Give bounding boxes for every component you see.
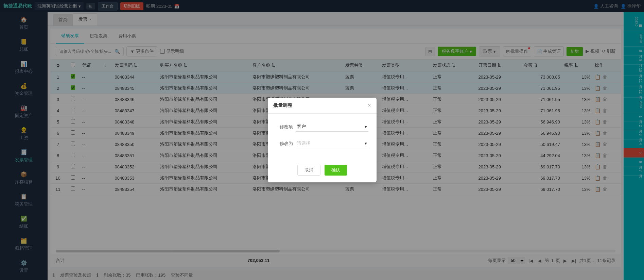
batch-adjust-modal: 批量调整 × 修改项 客户 ▾ 修改为 请选择 ▾ 取消 确认 [268,98,377,182]
field-value: 客户 [297,123,306,130]
field-select[interactable]: 客户 ▾ [296,122,368,132]
modal-title: 批量调整 [273,102,292,109]
form-row-change: 修改为 请选择 ▾ [276,138,368,148]
modal-footer: 取消 确认 [268,161,377,182]
field-label: 修改项 [276,124,293,130]
form-row-field: 修改项 客户 ▾ [276,122,368,132]
modal-body: 修改项 客户 ▾ 修改为 请选择 ▾ [268,114,377,161]
modal-overlay: 批量调整 × 修改项 客户 ▾ 修改为 请选择 ▾ 取消 确认 [0,0,644,280]
cancel-btn[interactable]: 取消 [297,165,320,176]
change-dropdown-icon: ▾ [365,141,367,146]
confirm-btn[interactable]: 确认 [325,165,347,176]
modal-header: 批量调整 × [268,98,377,114]
field-dropdown-icon: ▾ [365,124,367,129]
change-placeholder: 请选择 [297,140,310,146]
change-select[interactable]: 请选择 ▾ [296,138,368,148]
modal-close-btn[interactable]: × [368,102,371,109]
change-label: 修改为 [276,141,293,147]
